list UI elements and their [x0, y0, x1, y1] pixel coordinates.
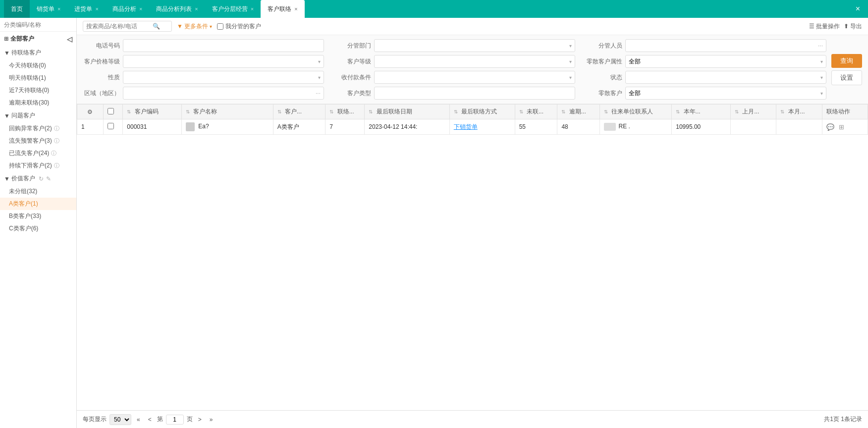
filter-input-cust-type[interactable]: [374, 87, 575, 100]
filter-input-dept[interactable]: ▾: [374, 39, 575, 52]
sidebar-item-today-label: 今天待联络(0): [9, 61, 46, 70]
nav-tab-customer-contact[interactable]: 客户联络 ×: [261, 0, 304, 18]
filter-input-retail-customer[interactable]: 全部 ▾: [625, 87, 826, 100]
sidebar-item-tomorrow[interactable]: 明天待联络(1): [0, 72, 76, 84]
page-prev-btn[interactable]: <: [146, 415, 154, 424]
filter-input-region[interactable]: ···: [123, 87, 324, 100]
nav-tab-analysis-close[interactable]: ×: [139, 6, 142, 12]
col-this-year[interactable]: ⇅ 本年...: [672, 105, 731, 119]
nav-tab-customer-segment[interactable]: 客户分层经营 ×: [205, 0, 261, 18]
page-next-next-btn[interactable]: »: [207, 415, 216, 424]
col-customer-type[interactable]: ⇅ 客户...: [273, 105, 326, 119]
region-dots-icon: ···: [316, 90, 321, 97]
per-page-select[interactable]: 50: [109, 414, 131, 425]
cell-this-month: [776, 119, 822, 135]
sidebar-search-input[interactable]: [4, 21, 77, 28]
col-this-month[interactable]: ⇅ 本月...: [776, 105, 822, 119]
sidebar-group-value[interactable]: ▼ 价值客户 ↻ ✎: [0, 172, 76, 185]
value-group-edit-icon[interactable]: ✎: [46, 175, 51, 182]
col-overdue-days[interactable]: ⇅ 逾期...: [557, 105, 600, 119]
page-input[interactable]: [166, 415, 184, 425]
pagination: 每页显示 50 « < 第 页 > » 共1页 1条记录: [77, 410, 868, 428]
sidebar-item-overdue[interactable]: 逾期未联络(30): [0, 97, 76, 109]
sidebar-group-pending[interactable]: ▼ 待联络客户: [0, 46, 76, 59]
nav-tab-customer-segment-close[interactable]: ×: [251, 6, 254, 12]
nav-tab-analysis[interactable]: 商品分析 ×: [106, 0, 149, 18]
page-next-btn[interactable]: >: [196, 415, 204, 424]
my-customers-checkbox[interactable]: [217, 23, 223, 30]
value-group-refresh-icon[interactable]: ↻: [39, 175, 44, 182]
sidebar-item-today[interactable]: 今天待联络(0): [0, 59, 76, 72]
nav-tab-purchase-close[interactable]: ×: [95, 6, 98, 12]
col-uncontact-days[interactable]: ⇅ 未联...: [515, 105, 557, 119]
action-message-icon[interactable]: 💬: [826, 123, 834, 131]
nav-tab-customer-contact-close[interactable]: ×: [294, 6, 297, 12]
cell-name: Ea?: [182, 119, 273, 135]
sidebar-item-churned[interactable]: 已流失客户(24) ⓘ: [0, 147, 76, 160]
export-btn[interactable]: ⬆ 导出: [844, 22, 862, 31]
filter-input-phone[interactable]: [123, 39, 324, 52]
sidebar-item-class-a[interactable]: A类客户(1): [0, 198, 76, 210]
sidebar-item-repurchase-abnormal[interactable]: 回购异常客户(2) ⓘ: [0, 122, 76, 135]
batch-label: 批量操作: [816, 22, 840, 31]
sidebar-collapse-btn[interactable]: ◁: [67, 35, 72, 43]
sidebar-item-ungrouped[interactable]: 未分组(32): [0, 185, 76, 198]
filter-more-btn[interactable]: ▼ 更多条件 ▾: [177, 22, 212, 31]
col-contact-count-label: 联络...: [337, 108, 354, 115]
filter-cell-dept: 分管部门 ▾: [334, 39, 575, 52]
filter-input-status[interactable]: ▾: [625, 71, 826, 84]
sidebar-group-problem[interactable]: ▼ 问题客户: [0, 109, 76, 122]
export-icon: ⬆: [844, 23, 849, 30]
nav-tab-analysis-list-close[interactable]: ×: [195, 6, 198, 12]
filter-input-payment[interactable]: ▾: [374, 71, 575, 84]
filter-search-input[interactable]: [86, 23, 151, 30]
row-checkbox[interactable]: [108, 123, 114, 129]
filter-cell-nature: 性质 ▾: [83, 71, 324, 84]
col-sort-method: ⇅: [454, 109, 458, 114]
gear-icon[interactable]: ⚙: [87, 108, 93, 115]
filter-input-customer-level[interactable]: ▾: [374, 55, 575, 68]
setting-button[interactable]: 设置: [831, 70, 862, 85]
nav-tab-sales-close[interactable]: ×: [57, 6, 60, 12]
nav-tab-purchase[interactable]: 进货单 ×: [67, 0, 105, 18]
col-contact-action: 联络动作: [822, 105, 868, 119]
col-last-contact-date[interactable]: ⇅ 最后联络日期: [365, 105, 449, 119]
action-link-icon[interactable]: ⊞: [839, 123, 844, 131]
window-close-icon[interactable]: ×: [852, 4, 864, 13]
query-btns: 查询 设置: [826, 39, 862, 100]
query-button[interactable]: 查询: [831, 54, 862, 68]
filter-input-price-level[interactable]: ▾: [123, 55, 324, 68]
page-prev-prev-btn[interactable]: «: [134, 415, 143, 424]
nav-tab-home[interactable]: 首页: [4, 0, 30, 18]
sidebar-all-customers[interactable]: ⊞ 全部客户 ◁: [0, 32, 76, 46]
filter-label-phone: 电话号码: [83, 42, 120, 50]
cell-checkbox: [103, 119, 123, 135]
col-last-contact-method-label: 最后联络方式: [461, 108, 497, 115]
col-customer-code[interactable]: ⇅ 客户编码: [123, 105, 182, 119]
col-last-month[interactable]: ⇅ 上月...: [730, 105, 776, 119]
sidebar-item-7days-label: 近7天待联络(0): [9, 86, 49, 95]
nav-tab-analysis-list[interactable]: 商品分析列表 ×: [149, 0, 205, 18]
last-contact-method-value[interactable]: 下销货单: [454, 123, 478, 130]
nav-tab-sales[interactable]: 销货单 ×: [30, 0, 67, 18]
my-customers-filter[interactable]: 我分管的客户: [217, 22, 261, 31]
col-overdue-days-label: 逾期...: [569, 108, 586, 115]
sidebar-item-class-b[interactable]: B类客户(33): [0, 210, 76, 222]
sidebar-item-class-c[interactable]: C类客户(6): [0, 222, 76, 235]
col-contact-count[interactable]: ⇅ 联络...: [326, 105, 365, 119]
batch-ops-btn[interactable]: ☰ 批量操作: [809, 22, 840, 31]
filter-input-retail-attr[interactable]: 全部 ▾: [625, 55, 826, 68]
sidebar-item-declining[interactable]: 持续下滑客户(2) ⓘ: [0, 160, 76, 172]
col-contact-person[interactable]: ⇅ 往来单位联系人: [600, 105, 672, 119]
filter-input-manager[interactable]: ···: [625, 39, 826, 52]
col-customer-name[interactable]: ⇅ 客户名称: [182, 105, 273, 119]
sidebar-item-7days[interactable]: 近7天待联络(0): [0, 84, 76, 97]
filter-cell-phone: 电话号码: [83, 39, 324, 52]
table-header-row: ⚙ ⇅ 客户编码 ⇅ 客户名称: [77, 105, 868, 119]
filter-search-icon[interactable]: 🔍: [153, 23, 160, 30]
col-last-contact-method[interactable]: ⇅ 最后联络方式: [449, 105, 515, 119]
sidebar-item-churn-warning[interactable]: 流失预警客户(3) ⓘ: [0, 135, 76, 147]
filter-input-nature[interactable]: ▾: [123, 71, 324, 84]
col-this-month-label: 本月...: [788, 108, 805, 115]
select-all-checkbox[interactable]: [108, 108, 114, 114]
